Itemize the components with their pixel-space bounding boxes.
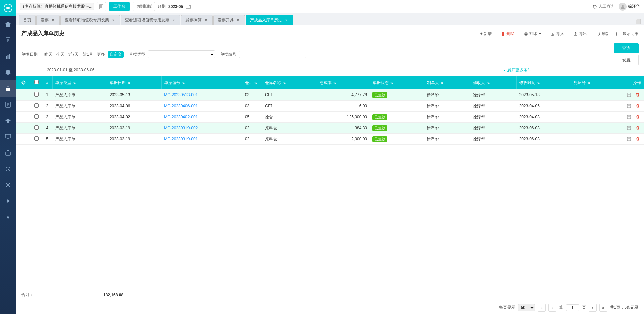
shortcut-today[interactable]: 今天: [55, 51, 66, 58]
sidebar-item-gear[interactable]: [0, 177, 16, 193]
delete-button[interactable]: 删除: [498, 29, 517, 38]
row-edit-btn[interactable]: [626, 103, 632, 109]
row-delete-btn[interactable]: [634, 125, 641, 131]
row-doc-no[interactable]: MC-20230513-001: [161, 89, 242, 101]
tab-minimize-btn[interactable]: —: [625, 18, 632, 25]
doc-type-select[interactable]: [148, 50, 215, 58]
row-doc-no-link[interactable]: MC-20230319-002: [164, 126, 198, 130]
row-doc-no[interactable]: MC-20230402-001: [161, 112, 242, 123]
user-info[interactable]: 徐泽华: [619, 3, 640, 11]
col-doc-type[interactable]: 单据类型 ⇅: [53, 76, 107, 89]
tab-check-sales-vat[interactable]: 查看销项增值税专用发票 ×: [60, 15, 120, 25]
tab-invoice-open[interactable]: 发票开具 ×: [213, 15, 245, 25]
sidebar-item-chart[interactable]: [0, 48, 16, 64]
row-checkbox-cell[interactable]: [31, 112, 42, 123]
tab-invoice-open-close[interactable]: ×: [236, 18, 240, 23]
new-button[interactable]: + 新增: [478, 29, 494, 38]
doc-icon-btn[interactable]: [97, 2, 106, 11]
print-button[interactable]: 打印: [521, 29, 544, 38]
shortcut-1month[interactable]: 近1月: [82, 51, 95, 58]
row-doc-no-link[interactable]: MC-20230406-001: [164, 104, 198, 108]
col-creator[interactable]: 制单人 ⇅: [424, 76, 470, 89]
sidebar-item-briefcase[interactable]: [0, 145, 16, 161]
row-checkbox[interactable]: [34, 103, 39, 108]
row-doc-no-link[interactable]: MC-20230402-001: [164, 115, 198, 119]
sidebar-item-invoice[interactable]: [0, 32, 16, 48]
row-delete-btn[interactable]: [634, 91, 641, 98]
show-detail-checkbox[interactable]: [616, 32, 621, 36]
tab-invoice-close[interactable]: ×: [51, 18, 55, 23]
row-edit-btn[interactable]: [626, 114, 632, 120]
tab-invoice[interactable]: 发票 ×: [36, 15, 60, 25]
shortcut-more[interactable]: 更多: [96, 51, 106, 58]
row-checkbox-cell[interactable]: [31, 123, 42, 134]
user-service[interactable]: 人工咨询: [592, 4, 614, 9]
row-checkbox[interactable]: [34, 92, 39, 97]
tab-check-purchase-vat-close[interactable]: ×: [171, 18, 176, 23]
row-checkbox-cell[interactable]: [31, 89, 42, 101]
sidebar-item-lock[interactable]: [0, 80, 16, 97]
row-delete-btn[interactable]: [634, 136, 641, 142]
settings-button[interactable]: 设置: [614, 55, 639, 65]
row-checkbox[interactable]: [34, 136, 39, 141]
row-edit-btn[interactable]: [626, 91, 632, 98]
row-doc-no[interactable]: MC-20230406-001: [161, 101, 242, 112]
row-doc-no-link[interactable]: MC-20230319-001: [164, 137, 198, 141]
sidebar-item-v[interactable]: V: [0, 209, 16, 225]
row-delete-btn[interactable]: [634, 103, 641, 109]
tab-product-inbound-close[interactable]: ×: [284, 18, 289, 23]
export-button[interactable]: 导出: [571, 29, 590, 38]
show-detail-toggle[interactable]: 显示明细: [616, 31, 639, 37]
col-doc-status[interactable]: 单据状态 ⇅: [370, 76, 424, 89]
tab-home[interactable]: 首页: [19, 15, 36, 25]
shortcut-custom[interactable]: 自定义: [108, 51, 124, 58]
company-selector[interactable]: (库存核算）直播轻挑通信息技术股份...: [20, 3, 94, 10]
col-doc-date[interactable]: 单据日期 ⇅: [107, 76, 161, 89]
tab-invoice-calc-close[interactable]: ×: [204, 18, 208, 23]
row-checkbox[interactable]: [34, 125, 39, 130]
row-doc-no[interactable]: MC-20230319-002: [161, 123, 242, 134]
sidebar-item-play[interactable]: [0, 193, 16, 209]
tab-check-sales-vat-close[interactable]: ×: [111, 18, 116, 23]
tab-check-purchase-vat[interactable]: 查看进项增值税专用发票 ×: [121, 15, 180, 25]
app-logo[interactable]: [0, 0, 16, 16]
expand-conditions-btn[interactable]: 展开更多条件: [503, 67, 531, 73]
col-warehouse-name[interactable]: 仓库名称 ⇅: [262, 76, 317, 89]
row-checkbox-cell[interactable]: [31, 134, 42, 145]
page-prev-btn[interactable]: ‹: [548, 304, 556, 312]
shortcut-yesterday[interactable]: 昨天: [43, 51, 54, 58]
col-warehouse-no[interactable]: 仓... ⇅: [242, 76, 262, 89]
col-modify-time[interactable]: 修改时间 ⇅: [516, 76, 571, 89]
workbench-button[interactable]: 工作台: [109, 2, 130, 11]
col-voucher-no[interactable]: 凭证号 ⇅: [571, 76, 617, 89]
doc-no-input[interactable]: [239, 51, 306, 58]
page-first-btn[interactable]: «: [538, 304, 546, 312]
sidebar-item-refresh[interactable]: [0, 161, 16, 177]
tab-product-inbound[interactable]: 产成品入库单历史 ×: [246, 15, 293, 25]
page-last-btn[interactable]: »: [599, 304, 607, 312]
select-all-checkbox[interactable]: [34, 80, 39, 84]
sidebar-item-notification[interactable]: [0, 64, 16, 80]
tab-invoice-calc[interactable]: 发票测算 ×: [181, 15, 213, 25]
row-edit-btn[interactable]: [626, 125, 632, 131]
refresh-button[interactable]: 刷新: [594, 29, 612, 38]
shortcut-7days[interactable]: 近7天: [67, 51, 80, 58]
per-page-select[interactable]: 50 100 200: [518, 304, 535, 311]
col-checkbox[interactable]: [31, 76, 42, 89]
col-total-cost[interactable]: 总成本 ⇅: [317, 76, 370, 89]
sidebar-item-screen[interactable]: [0, 129, 16, 145]
row-delete-btn[interactable]: [634, 114, 641, 120]
row-checkbox[interactable]: [34, 114, 39, 119]
settings-gear-icon[interactable]: [19, 78, 28, 87]
switch-period-button[interactable]: 切到旧版: [133, 2, 155, 11]
col-modifier[interactable]: 修改人 ⇅: [470, 76, 517, 89]
tab-maximize-btn[interactable]: ⬜: [635, 18, 641, 25]
query-button[interactable]: 查询: [614, 43, 639, 53]
row-doc-no-link[interactable]: MC-20230513-001: [164, 92, 198, 97]
row-checkbox-cell[interactable]: [31, 101, 42, 112]
page-next-btn[interactable]: ›: [589, 304, 597, 312]
col-settings[interactable]: [16, 76, 31, 89]
import-button[interactable]: 导入: [548, 29, 567, 38]
sidebar-item-home[interactable]: [0, 16, 16, 32]
row-doc-no[interactable]: MC-20230319-001: [161, 134, 242, 145]
